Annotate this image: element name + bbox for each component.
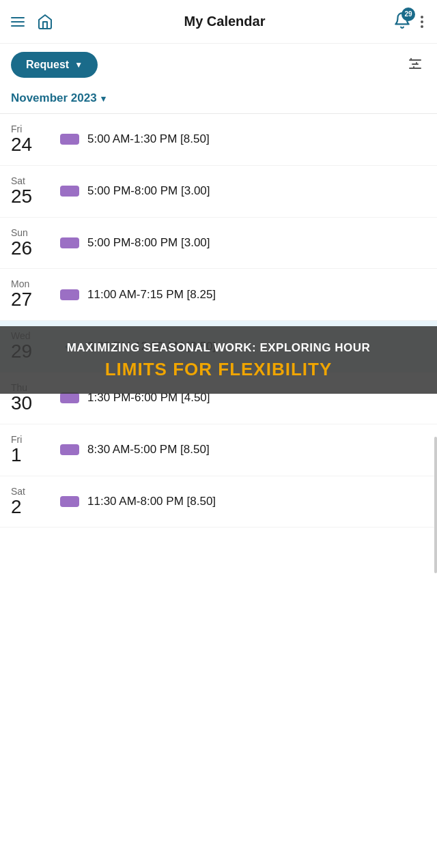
month-header[interactable]: November 2023 ▾ xyxy=(0,86,437,114)
shift-info: 5:00 PM-8:00 PM [3.00] xyxy=(60,236,426,250)
page-title: My Calendar xyxy=(56,14,393,29)
day-number: 24 xyxy=(11,134,60,156)
toolbar: Request ▼ xyxy=(0,44,437,86)
day-row-fri1[interactable]: Fri 1 8:30 AM-5:00 PM [8.50] xyxy=(0,424,437,476)
day-row-sun26[interactable]: Sun 26 5:00 PM-8:00 PM [3.00] xyxy=(0,218,437,270)
notification-button[interactable]: 29 xyxy=(393,12,411,32)
overlay-bottom-text: LIMITS FOR FLEXIBILITY xyxy=(16,359,421,380)
scrollbar[interactable] xyxy=(434,437,437,573)
shift-block-icon xyxy=(60,237,79,248)
day-name: Mon xyxy=(11,278,60,289)
day-label: Fri 1 xyxy=(11,434,60,466)
shift-block-icon xyxy=(60,289,79,300)
nav-left xyxy=(11,11,56,33)
day-label: Sun 26 xyxy=(11,227,60,259)
day-name: Sat xyxy=(11,486,60,497)
shift-block-icon xyxy=(60,444,79,455)
day-label: Sat 2 xyxy=(11,486,60,518)
day-number: 1 xyxy=(11,445,60,466)
day-name: Sat xyxy=(11,175,60,186)
shift-info: 5:00 AM-1:30 PM [8.50] xyxy=(60,132,426,146)
day-row[interactable]: Fri 24 5:00 AM-1:30 PM [8.50] xyxy=(0,114,437,166)
notification-badge: 29 xyxy=(401,8,415,21)
request-chevron-icon: ▼ xyxy=(74,60,83,70)
shift-info: 5:00 PM-8:00 PM [3.00] xyxy=(60,184,426,198)
day-row-mon27[interactable]: Mon 27 11:00 AM-7:15 PM [8.25] xyxy=(0,269,437,321)
shift-block-icon xyxy=(60,134,79,145)
day-label: Mon 27 xyxy=(11,278,60,310)
nav-bar: My Calendar 29 xyxy=(0,0,437,44)
nav-right: 29 xyxy=(393,12,426,32)
request-button[interactable]: Request ▼ xyxy=(11,52,98,78)
month-chevron-icon: ▾ xyxy=(101,93,106,104)
day-name: Fri xyxy=(11,434,60,445)
day-name: Fri xyxy=(11,124,60,134)
shift-time: 5:00 AM-1:30 PM [8.50] xyxy=(87,132,210,146)
shift-info: 11:30 AM-8:00 PM [8.50] xyxy=(60,495,426,508)
overlay-banner: MAXIMIZING SEASONAL WORK: EXPLORING HOUR… xyxy=(0,326,437,394)
shift-time: 5:00 PM-8:00 PM [3.00] xyxy=(87,184,210,198)
shift-time: 8:30 AM-5:00 PM [8.50] xyxy=(87,443,210,457)
more-options-button[interactable] xyxy=(418,13,426,31)
day-row[interactable]: Sat 25 5:00 PM-8:00 PM [3.00] xyxy=(0,166,437,218)
hamburger-menu-button[interactable] xyxy=(11,17,25,27)
day-name: Sun xyxy=(11,227,60,238)
shift-info: 11:00 AM-7:15 PM [8.25] xyxy=(60,288,426,302)
home-button[interactable] xyxy=(34,11,56,33)
shift-time: 11:00 AM-7:15 PM [8.25] xyxy=(87,288,216,302)
day-number: 2 xyxy=(11,497,60,518)
shift-block-icon xyxy=(60,392,79,403)
day-number: 27 xyxy=(11,289,60,310)
month-label[interactable]: November 2023 ▾ xyxy=(11,91,426,105)
calendar-list: Fri 24 5:00 AM-1:30 PM [8.50] Sat 25 5:0… xyxy=(0,114,437,527)
day-number: 26 xyxy=(11,238,60,259)
overlay-top-text: MAXIMIZING SEASONAL WORK: EXPLORING HOUR xyxy=(16,340,421,356)
filter-button[interactable] xyxy=(404,53,426,77)
day-label: Fri 24 xyxy=(11,124,60,156)
shift-block-icon xyxy=(60,496,79,507)
day-number: 25 xyxy=(11,186,60,207)
shift-time: 5:00 PM-8:00 PM [3.00] xyxy=(87,236,210,250)
day-number: 30 xyxy=(11,393,60,414)
shift-time: 11:30 AM-8:00 PM [8.50] xyxy=(87,495,216,508)
day-row-sat2[interactable]: Sat 2 11:30 AM-8:00 PM [8.50] xyxy=(0,476,437,528)
day-label: Sat 25 xyxy=(11,175,60,207)
shift-info: 8:30 AM-5:00 PM [8.50] xyxy=(60,443,426,457)
shift-block-icon xyxy=(60,186,79,197)
